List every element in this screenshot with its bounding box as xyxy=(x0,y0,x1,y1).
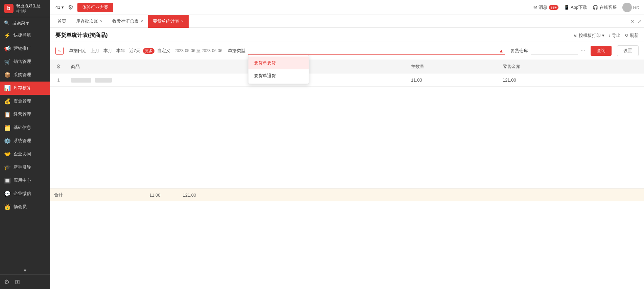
date-shortcuts: 上月 本月 本年 近7天 更多 自定义 xyxy=(89,47,172,54)
app-download-item[interactable]: 📱 App下载 xyxy=(564,4,587,10)
warehouse-filter-label: 要货仓库 xyxy=(510,48,528,54)
sidebar-item-base[interactable]: 🗂️ 基础信息 xyxy=(0,121,50,134)
app-name: 畅捷通好生意 xyxy=(16,3,41,9)
sidebar-item-label: 销售管理 xyxy=(14,59,31,65)
type-filter-input[interactable] xyxy=(248,47,505,55)
settings-icon[interactable]: ⚙ xyxy=(4,278,9,286)
refresh-icon: ↻ xyxy=(625,33,628,38)
table-footer: 合计 11.00 121.00 xyxy=(50,188,644,201)
print-action[interactable]: 🖨 按模板打印 ▾ xyxy=(573,32,604,39)
headset-icon: 🎧 xyxy=(593,5,598,10)
sidebar-item-apps[interactable]: 🔲 应用中心 xyxy=(0,174,50,187)
sidebar-item-purchase[interactable]: 📦 采购管理 xyxy=(0,68,50,82)
guide-icon: 🎓 xyxy=(4,164,11,171)
tab-home-label: 首页 xyxy=(57,18,66,24)
query-button[interactable]: 查询 xyxy=(591,46,612,56)
type-filter-group: 单据类型 ▲ 要货单要货 要货单退货 xyxy=(228,47,505,55)
tab-home[interactable]: 首页 xyxy=(53,15,71,28)
dropdown-item-order[interactable]: 要货单要货 xyxy=(248,57,309,69)
tab-close-all-icon[interactable]: ✕ xyxy=(630,19,635,24)
sidebar-item-label: 应用中心 xyxy=(14,177,31,183)
page-inner: 要货单统计表(按商品) 🖨 按模板打印 ▾ ↓ 导出 ↻ 刷新 xyxy=(50,28,644,289)
type-select-arrow-icon[interactable]: ▲ xyxy=(499,48,504,53)
curr-month-shortcut[interactable]: 本月 xyxy=(102,47,114,54)
sidebar-item-quick[interactable]: ⚡ 快捷导航 xyxy=(0,29,50,42)
custom-date-shortcut[interactable]: 自定义 xyxy=(156,47,172,54)
sidebar-item-label: 资金管理 xyxy=(14,98,31,104)
sidebar-item-ops[interactable]: 📋 经营管理 xyxy=(0,108,50,121)
tab-bar: 首页 库存批次账 × 收发存汇总表 × 要货单统计表 × ✕ ⤢ xyxy=(50,15,644,28)
last7days-shortcut[interactable]: 近7天 xyxy=(128,47,142,54)
tab-summary-close[interactable]: × xyxy=(141,19,143,24)
sidebar-item-member[interactable]: 👑 畅会员 xyxy=(0,200,50,214)
online-service-label: 在线客服 xyxy=(599,4,617,10)
curr-year-shortcut[interactable]: 本年 xyxy=(115,47,126,54)
table-column-settings-icon[interactable]: ⚙ xyxy=(56,64,61,69)
filter-row: » 单据日期 上月 本月 本年 近7天 更多 自定义 2023-05-06 至 … xyxy=(50,42,644,60)
tab-order-stat-close[interactable]: × xyxy=(181,19,184,24)
tab-batch[interactable]: 库存批次账 × xyxy=(71,15,108,28)
tabs-actions: ✕ ⤢ xyxy=(630,19,641,24)
sidebar-item-collab[interactable]: 🤝 企业协同 xyxy=(0,148,50,161)
sidebar-item-system[interactable]: ⚙️ 系统管理 xyxy=(0,134,50,148)
sidebar-search-label: 搜索菜单 xyxy=(12,20,30,26)
prev-month-shortcut[interactable]: 上月 xyxy=(89,47,101,54)
filter-settings-button[interactable]: 设置 xyxy=(617,45,639,56)
wechat-icon: 💬 xyxy=(4,191,11,197)
sidebar-item-label: 企业协同 xyxy=(14,151,31,157)
refresh-action[interactable]: ↻ 刷新 xyxy=(625,32,639,39)
sidebar-logo: b 畅捷通好生意 标准版 xyxy=(0,0,50,17)
sidebar-scroll-down[interactable]: ▼ xyxy=(0,267,50,274)
sidebar-item-label: 库存核算 xyxy=(14,85,31,91)
tab-summary[interactable]: 收发存汇总表 × xyxy=(108,15,148,28)
collapse-icon[interactable]: ⊞ xyxy=(15,278,20,286)
sidebar-item-marketing[interactable]: 📢 营销推广 xyxy=(0,42,50,55)
sidebar-item-label: 畅会员 xyxy=(14,204,27,210)
notifications-badge: 99+ xyxy=(549,5,558,10)
more-dates-badge[interactable]: 更多 xyxy=(143,48,154,54)
notifications-item[interactable]: ✉ 消息 99+ xyxy=(533,4,558,10)
topbar-settings-button[interactable]: ⚙ xyxy=(68,4,73,11)
warehouse-more-icon[interactable]: ··· xyxy=(581,48,585,54)
sidebar-item-wechat[interactable]: 💬 企业微信 xyxy=(0,187,50,200)
row-qty: 11.00 xyxy=(407,73,499,87)
trial-button[interactable]: 体验行业方案 xyxy=(77,3,113,12)
notifications-label: 消息 xyxy=(539,4,547,10)
row-product xyxy=(67,73,278,87)
filter-expand-button[interactable]: » xyxy=(55,47,64,55)
user-avatar-item[interactable]: Rit xyxy=(622,3,639,12)
table-spacer xyxy=(50,87,644,188)
tab-expand-icon[interactable]: ⤢ xyxy=(637,19,641,24)
row-index: 1 xyxy=(50,73,67,87)
sidebar-bottom: ⚙ ⊞ xyxy=(0,274,50,289)
store-number: 41 xyxy=(55,5,60,10)
sales-icon: 🛒 xyxy=(4,59,11,65)
type-dropdown-menu: 要货单要货 要货单退货 xyxy=(248,55,309,84)
sidebar-item-sales[interactable]: 🛒 销售管理 xyxy=(0,55,50,68)
export-action[interactable]: ↓ 导出 xyxy=(609,32,621,39)
sidebar-item-finance[interactable]: 💰 资金管理 xyxy=(0,95,50,108)
topbar: 41 ▾ ⚙ 体验行业方案 ✉ 消息 99+ 📱 App下载 🎧 在线客服 R xyxy=(50,0,644,15)
date-filter-group: 单据日期 上月 本月 本年 近7天 更多 自定义 2023-05-06 至 20… xyxy=(69,47,222,54)
online-service-item[interactable]: 🎧 在线客服 xyxy=(593,4,617,10)
tab-order-stat[interactable]: 要货单统计表 × xyxy=(148,15,189,28)
print-arrow-icon: ▾ xyxy=(602,33,604,38)
sidebar-item-inventory[interactable]: 📊 库存核算 xyxy=(0,82,50,95)
purchase-icon: 📦 xyxy=(4,72,11,78)
user-avatar xyxy=(622,3,632,12)
col-qty: 主数量 xyxy=(407,60,499,73)
app-download-label: App下载 xyxy=(571,4,587,10)
export-label: 导出 xyxy=(612,32,621,39)
table-container: ⚙ 商品 主计量单位 主数量 零售金额 1 xyxy=(50,60,644,87)
dropdown-item-return[interactable]: 要货单退货 xyxy=(248,69,309,82)
sidebar-item-guide[interactable]: 🎓 新手引导 xyxy=(0,161,50,174)
page-actions: 🖨 按模板打印 ▾ ↓ 导出 ↻ 刷新 xyxy=(573,32,639,39)
sidebar-search[interactable]: 🔍 搜索菜单 xyxy=(0,17,50,29)
page-title: 要货单统计表(按商品) xyxy=(55,32,108,39)
tab-batch-close[interactable]: × xyxy=(100,19,102,24)
warehouse-filter-input[interactable] xyxy=(531,47,578,55)
sidebar-item-label: 企业微信 xyxy=(14,191,31,197)
sidebar-item-label: 系统管理 xyxy=(14,138,31,144)
store-selector[interactable]: 41 ▾ xyxy=(55,5,64,10)
member-icon: 👑 xyxy=(4,204,11,210)
